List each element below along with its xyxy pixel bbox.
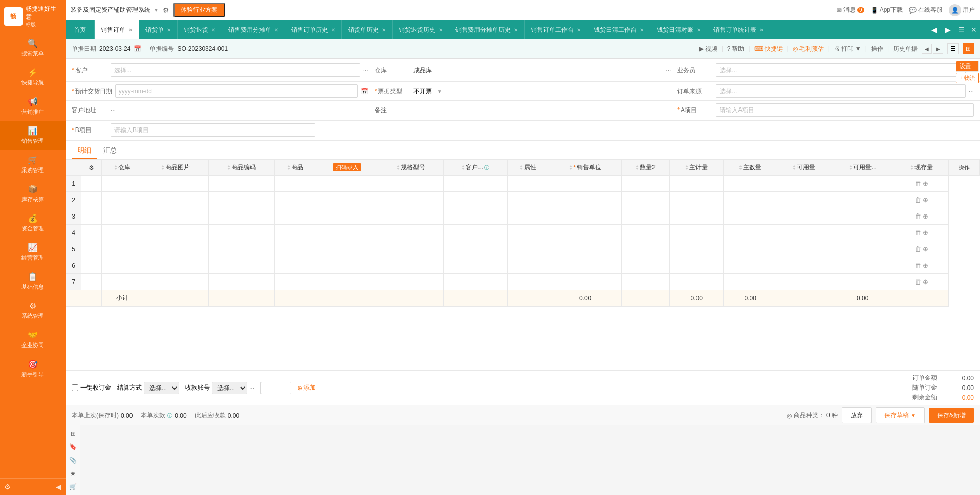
table-scroll[interactable]: ⚙ 仓库 — [66, 160, 980, 370]
th-scan[interactable]: 扫码录入 — [316, 160, 378, 176]
payment-select[interactable]: 选择... — [144, 382, 179, 394]
th-code[interactable]: 商品编码 — [209, 160, 275, 176]
form-next-btn[interactable]: ▶ — [933, 44, 943, 54]
account-select[interactable]: 选择... — [212, 382, 247, 394]
operate-btn[interactable]: 操作 — [871, 45, 883, 53]
delete-btn[interactable]: 🗑 — [914, 196, 921, 204]
user-menu[interactable]: 👤 用户 — [949, 4, 975, 16]
tab-workbench[interactable]: 销售订单工作台 ✕ — [525, 20, 587, 39]
a-project-input[interactable] — [716, 103, 974, 117]
sidebar-item-basic[interactable]: 📋 基础信息 — [0, 267, 66, 296]
tab-prev-btn[interactable]: ◀ — [927, 26, 941, 34]
copy-btn[interactable]: ⊕ — [923, 278, 928, 286]
tab-summary[interactable]: 汇总 — [97, 143, 123, 159]
tab-detail[interactable]: 明细 — [72, 143, 97, 159]
customer-dots-icon[interactable]: ··· — [363, 67, 368, 74]
save-draft-button[interactable]: 保存草稿 ▼ — [876, 407, 925, 423]
order-source-input[interactable] — [716, 84, 966, 98]
view-btn[interactable]: ▶ 视频 — [699, 45, 717, 53]
tab-menu-btn[interactable]: ☰ — [955, 26, 968, 34]
tab-close-icon[interactable]: ✕ — [211, 27, 215, 33]
settings-float-btn[interactable]: 设置 — [956, 61, 979, 72]
th-gear[interactable]: ⚙ — [81, 160, 102, 176]
sidebar-item-guide[interactable]: 🎯 新手引导 — [0, 354, 66, 383]
topbar-gear-icon[interactable]: ⚙ — [163, 6, 169, 14]
copy-btn[interactable]: ⊕ — [923, 245, 928, 253]
tab-close-icon[interactable]: ✕ — [759, 27, 764, 33]
add-payment-btn[interactable]: ⊕ 添加 — [297, 383, 316, 392]
form-view-btn[interactable]: ⊞ — [963, 43, 974, 54]
sidebar-item-sales[interactable]: 📊 销售管理 — [0, 121, 66, 150]
delete-btn[interactable]: 🗑 — [914, 212, 921, 220]
sidebar-item-finance[interactable]: 💰 资金管理 — [0, 208, 66, 238]
tab-close-icon[interactable]: ✕ — [331, 27, 335, 33]
tab-close-icon[interactable]: ✕ — [439, 27, 443, 33]
th-available[interactable]: 可用量 — [777, 160, 831, 176]
list-view-btn[interactable]: ☰ — [947, 43, 959, 54]
tab-close-icon[interactable]: ✕ — [274, 27, 278, 33]
th-unit[interactable]: *销售单位 — [549, 160, 622, 176]
delete-btn[interactable]: 🗑 — [914, 278, 921, 286]
app-download-btn[interactable]: 📱 App下载 — [870, 6, 903, 14]
th-available2[interactable]: 可用量... — [831, 160, 895, 176]
copy-btn[interactable]: ⊕ — [923, 180, 928, 187]
delete-btn[interactable]: 🗑 — [914, 180, 921, 187]
staff-input[interactable] — [716, 63, 966, 77]
source-dots-icon[interactable]: ··· — [969, 88, 974, 95]
rsb-btn-5[interactable]: 🛒 — [67, 481, 79, 493]
online-service-btn[interactable]: 💬 在线客服 — [909, 6, 943, 14]
sidebar-item-business[interactable]: 📈 经营管理 — [0, 238, 66, 267]
tab-close-all-btn[interactable]: ✕ — [968, 26, 980, 34]
settings-bottom-btn[interactable]: ⚙ — [4, 483, 11, 491]
th-qty2[interactable]: 数量2 — [621, 160, 669, 176]
th-customer-code[interactable]: 客户... ⓘ — [444, 160, 508, 176]
th-main-qty[interactable]: 主数量 — [724, 160, 777, 176]
sidebar-item-quicknav[interactable]: ⚡ 快捷导航 — [0, 62, 66, 92]
print-btn[interactable]: 🖨 打印 ▼ — [834, 45, 861, 53]
rsb-btn-4[interactable]: ★ — [67, 467, 79, 480]
tab-sales-order[interactable]: 销售订单 ✕ — [95, 20, 139, 39]
tab-sales-goods[interactable]: 销货单 ✕ — [139, 20, 178, 39]
tab-close-icon[interactable]: ✕ — [640, 27, 644, 33]
tab-sales-return[interactable]: 销货退货 ✕ — [178, 20, 222, 39]
delivery-calendar-icon[interactable]: 📅 — [361, 88, 368, 95]
form-prev-btn[interactable]: ◀ — [922, 44, 932, 54]
th-warehouse[interactable]: 仓库 — [101, 160, 143, 176]
tab-home[interactable]: 首页 — [66, 20, 95, 39]
account-dots-icon[interactable]: ··· — [249, 384, 254, 392]
tab-sales-fee[interactable]: 销售费用分摊单 ✕ — [222, 20, 285, 39]
save-new-button[interactable]: 保存&新增 — [929, 408, 974, 423]
copy-btn[interactable]: ⊕ — [923, 262, 928, 269]
tab-fee-history[interactable]: 销售费用分摊单历史 ✕ — [449, 20, 525, 39]
solution-button[interactable]: 体验行业方案 — [173, 3, 225, 17]
tab-reconcile[interactable]: 钱货日清对账 ✕ — [650, 20, 707, 39]
tab-close-icon[interactable]: ✕ — [382, 27, 386, 33]
tab-next-btn[interactable]: ▶ — [941, 26, 955, 34]
tab-close-icon[interactable]: ✕ — [128, 27, 133, 33]
address-dots-icon[interactable]: ··· — [111, 106, 116, 114]
th-image[interactable]: 商品图片 — [143, 160, 209, 176]
sidebar-item-enterprise[interactable]: 🤝 企业协同 — [0, 325, 66, 354]
th-property[interactable]: 属性 — [508, 160, 549, 176]
help-btn[interactable]: ? 帮助 — [727, 45, 745, 53]
th-stock[interactable]: 现存量 — [895, 160, 948, 176]
discard-button[interactable]: 放弃 — [842, 407, 872, 423]
collapse-btn[interactable]: ◀ — [56, 483, 61, 491]
tab-report[interactable]: 销售订单统计表 ✕ — [707, 20, 770, 39]
rsb-btn-3[interactable]: 📎 — [67, 454, 79, 466]
tab-close-icon[interactable]: ✕ — [696, 27, 701, 33]
th-product[interactable]: 商品 — [274, 160, 316, 176]
shortcut-btn[interactable]: ⌨ 快捷键 — [754, 45, 783, 53]
delete-btn[interactable]: 🗑 — [914, 229, 921, 236]
b-project-input[interactable] — [111, 123, 315, 137]
warehouse-dots-icon[interactable]: ··· — [666, 67, 671, 74]
delivery-input[interactable] — [115, 84, 358, 98]
rsb-btn-2[interactable]: 🔖 — [67, 441, 79, 453]
scan-btn[interactable]: 扫码录入 — [333, 163, 361, 171]
amount-input[interactable]: 0.00 — [260, 382, 291, 394]
tab-close-icon[interactable]: ✕ — [514, 27, 518, 33]
history-btn[interactable]: 历史单据 — [893, 45, 918, 53]
logistics-float-btn[interactable]: + 物流 — [956, 73, 979, 83]
tab-close-icon[interactable]: ✕ — [167, 27, 171, 33]
tab-return-history[interactable]: 销货退货历史 ✕ — [393, 20, 449, 39]
